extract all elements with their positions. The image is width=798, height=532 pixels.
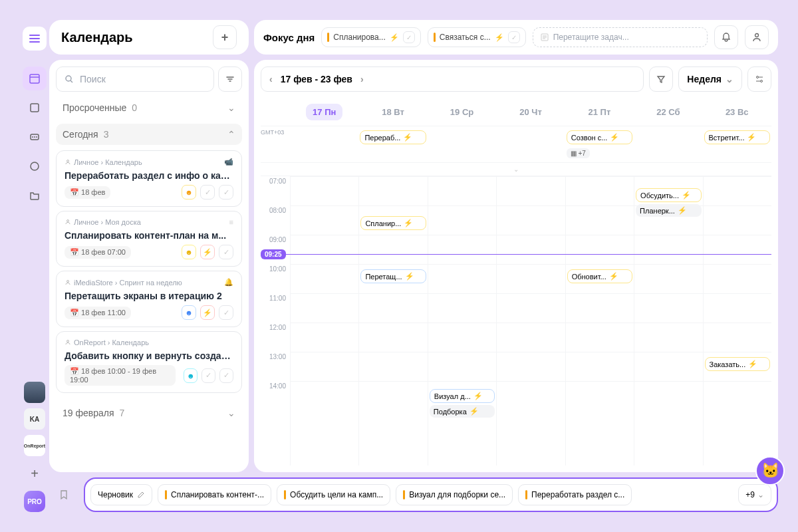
search-input[interactable]: Поиск bbox=[56, 66, 214, 92]
svg-point-12 bbox=[67, 280, 69, 282]
task-status-icon[interactable]: ✓ bbox=[219, 305, 233, 320]
task-status-icon[interactable]: ⚡ bbox=[200, 305, 215, 320]
calendar-event[interactable]: Спланир... ⚡ bbox=[360, 216, 426, 230]
view-selector[interactable]: Неделя ⌄ bbox=[678, 66, 742, 92]
more-events[interactable]: ▦ +7 bbox=[567, 148, 590, 158]
profile-button[interactable] bbox=[745, 25, 769, 49]
date-range-nav: ‹ 17 фев - 23 фев › bbox=[261, 66, 644, 92]
group-today[interactable]: Сегодня 3 ⌃ bbox=[56, 124, 242, 145]
bottom-chip[interactable]: Обсудить цели на камп... bbox=[277, 484, 390, 505]
chevron-down-icon: ⌄ bbox=[227, 408, 235, 418]
nav-dots[interactable] bbox=[23, 125, 47, 149]
group-tomorrow[interactable]: 19 февраля 7 ⌄ bbox=[56, 402, 242, 424]
calendar-event[interactable]: Перетащ... ⚡ bbox=[360, 269, 426, 283]
task-status-icon[interactable]: ☻ bbox=[182, 305, 196, 320]
day-column[interactable]: Обновит... ⚡ bbox=[565, 176, 634, 466]
svg-point-13 bbox=[67, 340, 69, 342]
bottom-chip[interactable]: Спланировать контент-... bbox=[158, 484, 271, 505]
task-title: Переработать раздел с инфо о кана... bbox=[65, 170, 233, 181]
task-status-icon[interactable]: ☻ bbox=[182, 185, 196, 200]
more-chips-button[interactable]: +9 ⌄ bbox=[738, 484, 771, 505]
task-card[interactable]: Личное › Моя доска ≡ Спланировать контен… bbox=[56, 211, 242, 267]
cal-settings-button[interactable] bbox=[747, 66, 771, 92]
notifications-button[interactable] bbox=[714, 25, 738, 49]
task-status-icon[interactable]: ☻ bbox=[184, 368, 198, 383]
day-header[interactable]: 22 Сб bbox=[634, 104, 702, 120]
draft-chip[interactable]: Черновик bbox=[90, 484, 152, 505]
nav-notes[interactable] bbox=[23, 96, 47, 120]
day-header[interactable]: 20 Чт bbox=[496, 104, 565, 120]
task-breadcrumb: Личное › Моя доска ≡ bbox=[65, 218, 233, 226]
task-status-icon[interactable]: ✓ bbox=[201, 368, 215, 383]
calendar-event[interactable]: Подборка ⚡ bbox=[430, 405, 495, 418]
task-status-icon[interactable]: ✓ bbox=[200, 185, 215, 200]
day-header[interactable]: 17 Пн bbox=[290, 104, 358, 120]
chevron-down-icon: ⌄ bbox=[757, 490, 764, 499]
focus-chip-1[interactable]: Спланирова...⚡✓ bbox=[321, 27, 420, 47]
svg-point-6 bbox=[31, 162, 39, 170]
svg-point-4 bbox=[34, 136, 35, 138]
nav-chat[interactable] bbox=[23, 154, 47, 178]
focus-bar: Фокус дня Спланирова...⚡✓ Связаться с...… bbox=[254, 20, 778, 55]
day-column[interactable]: Спланир... ⚡Перетащ... ⚡ bbox=[358, 176, 427, 466]
task-card[interactable]: OnReport › Календарь Добавить кнопку и в… bbox=[56, 331, 242, 393]
filter-button[interactable] bbox=[218, 66, 242, 92]
hour-label: 10:00 bbox=[261, 264, 290, 293]
workspace-avatar-ka[interactable]: KA bbox=[24, 408, 45, 430]
prev-week-button[interactable]: ‹ bbox=[267, 74, 275, 84]
hour-label: 14:00 bbox=[261, 381, 290, 410]
task-status-icon[interactable]: ✓ bbox=[219, 245, 233, 259]
hour-label: 08:00 bbox=[261, 205, 290, 235]
task-breadcrumb: Личное › Календарь 📹 bbox=[65, 158, 233, 166]
task-status-icon[interactable]: ⚡ bbox=[200, 245, 215, 259]
page-title-card: Календарь + bbox=[49, 20, 249, 55]
nav-folder[interactable] bbox=[23, 184, 47, 207]
allday-event[interactable]: Встретит... ⚡ bbox=[704, 130, 770, 144]
pro-badge[interactable]: PRO bbox=[24, 491, 45, 512]
day-column[interactable]: Визуал д... ⚡Подборка ⚡ bbox=[428, 176, 496, 466]
task-status-icon[interactable]: ✓ bbox=[219, 368, 233, 383]
calendar-event[interactable]: Визуал д... ⚡ bbox=[430, 389, 495, 403]
nav-calendar[interactable] bbox=[23, 66, 47, 90]
day-header[interactable]: 23 Вс bbox=[703, 104, 771, 120]
focus-drop-zone[interactable]: Перетащите задач... bbox=[533, 27, 708, 47]
task-card[interactable]: iMediaStore › Спринт на неделю 🔔 Перетащ… bbox=[56, 271, 242, 327]
day-header[interactable]: 21 Пт bbox=[565, 104, 634, 120]
day-column[interactable]: Заказать... ⚡ bbox=[703, 176, 771, 466]
cal-filter-button[interactable] bbox=[649, 66, 673, 92]
task-status-icon[interactable]: ☻ bbox=[182, 245, 196, 259]
add-workspace-button[interactable]: + bbox=[23, 462, 47, 485]
task-title: Спланировать контент-план на м... bbox=[65, 230, 233, 241]
expand-allday-button[interactable]: ⌄ bbox=[261, 163, 771, 176]
next-week-button[interactable]: › bbox=[358, 74, 366, 84]
current-time-badge: 09:25 bbox=[261, 249, 286, 259]
svg-point-11 bbox=[67, 220, 69, 222]
task-title: Перетащить экраны в итерацию 2 bbox=[65, 291, 233, 301]
group-overdue[interactable]: Просроченные 0 ⌄ bbox=[56, 97, 242, 118]
calendar-event[interactable]: Обсудить... ⚡ bbox=[636, 188, 701, 202]
bottom-chip[interactable]: Переработать раздел с... bbox=[518, 484, 632, 505]
allday-event[interactable]: Созвон с... ⚡ bbox=[567, 130, 632, 144]
day-column[interactable]: Обсудить... ⚡Планерк... ⚡ bbox=[634, 176, 702, 466]
task-card[interactable]: Личное › Календарь 📹 Переработать раздел… bbox=[56, 150, 242, 207]
day-header[interactable]: 18 Вт bbox=[358, 104, 427, 120]
chevron-up-icon: ⌃ bbox=[227, 129, 235, 140]
allday-event[interactable]: Перераб... ⚡ bbox=[360, 130, 426, 144]
task-status-icon[interactable]: ✓ bbox=[219, 185, 233, 200]
calendar-event[interactable]: Обновит... ⚡ bbox=[567, 269, 632, 283]
assistant-button[interactable]: 🐱 bbox=[755, 456, 785, 485]
calendar-event[interactable]: Заказать... ⚡ bbox=[705, 357, 770, 371]
workspace-avatar-onreport[interactable]: OnReport bbox=[24, 435, 45, 456]
bookmark-button[interactable] bbox=[49, 477, 78, 512]
svg-point-3 bbox=[32, 136, 33, 138]
day-header[interactable]: 19 Ср bbox=[428, 104, 496, 120]
day-column[interactable] bbox=[290, 176, 358, 466]
focus-chip-2[interactable]: Связаться с...⚡✓ bbox=[428, 27, 526, 47]
calendar-event[interactable]: Планерк... ⚡ bbox=[636, 204, 701, 217]
day-column[interactable] bbox=[496, 176, 565, 466]
add-button[interactable]: + bbox=[213, 25, 237, 49]
task-title: Добавить кнопку и вернуть создани... bbox=[65, 350, 233, 361]
workspace-avatar-1[interactable] bbox=[24, 382, 45, 403]
bottom-chip[interactable]: Визуал для подборки се... bbox=[396, 484, 513, 505]
menu-button[interactable] bbox=[23, 27, 47, 51]
